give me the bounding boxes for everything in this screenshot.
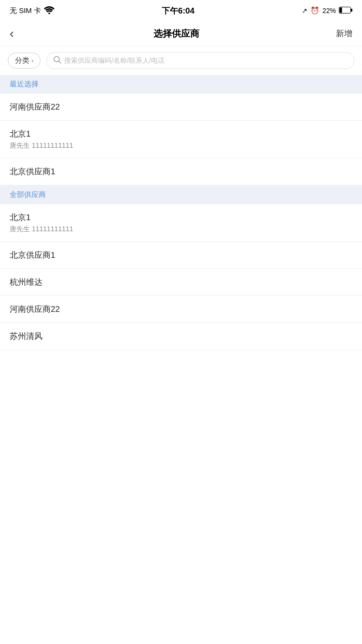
item-name: 北京1	[10, 212, 352, 223]
all-section-header: 全部供应商	[0, 185, 362, 204]
alarm-icon: ⏰	[310, 6, 320, 15]
item-name: 河南供应商22	[10, 304, 352, 315]
sim-label: 无 SIM 卡	[10, 6, 41, 15]
recent-section-label: 最近选择	[10, 80, 39, 88]
svg-rect-3	[339, 7, 342, 13]
all-list-item[interactable]: 北京供应商1	[0, 242, 362, 269]
location-icon: ↗	[302, 7, 307, 14]
recent-list: 河南供应商22北京1唐先生 11111111111北京供应商1	[0, 94, 362, 185]
nav-bar: ‹ 选择供应商 新增	[0, 21, 362, 46]
wifi-icon	[44, 6, 55, 15]
item-sub: 唐先生 11111111111	[10, 141, 352, 150]
recent-section-header: 最近选择	[0, 75, 362, 94]
recent-list-item[interactable]: 北京1唐先生 11111111111	[0, 121, 362, 158]
item-name: 北京1	[10, 128, 352, 140]
status-bar: 无 SIM 卡 下午6:04 ↗ ⏰ 22%	[0, 0, 362, 21]
status-right: ↗ ⏰ 22%	[302, 6, 352, 15]
category-button[interactable]: 分类 ›	[8, 53, 41, 69]
svg-point-0	[48, 13, 50, 14]
add-button[interactable]: 新增	[323, 28, 352, 39]
recent-list-item[interactable]: 北京供应商1	[0, 158, 362, 185]
chevron-icon: ›	[31, 57, 33, 64]
all-list: 北京1唐先生 11111111111北京供应商1杭州维达河南供应商22苏州清风	[0, 204, 362, 350]
time-display: 下午6:04	[162, 5, 195, 16]
battery-label: 22%	[322, 7, 336, 14]
item-name: 北京供应商1	[10, 250, 352, 261]
search-box[interactable]: 搜索供应商编码/名称/联系人/电话	[46, 52, 354, 69]
status-left: 无 SIM 卡	[10, 6, 55, 15]
battery-icon	[339, 7, 352, 15]
page-title: 选择供应商	[153, 28, 199, 40]
category-label: 分类	[15, 56, 29, 65]
svg-line-5	[59, 61, 61, 63]
item-name: 杭州维达	[10, 277, 352, 288]
item-name: 河南供应商22	[10, 101, 352, 112]
item-sub: 唐先生 11111111111	[10, 225, 352, 234]
search-icon	[54, 56, 61, 65]
item-name: 北京供应商1	[10, 166, 352, 177]
all-list-item[interactable]: 杭州维达	[0, 269, 362, 296]
search-placeholder: 搜索供应商编码/名称/联系人/电话	[64, 56, 165, 65]
all-list-item[interactable]: 苏州清风	[0, 323, 362, 350]
recent-list-item[interactable]: 河南供应商22	[0, 94, 362, 121]
filter-bar: 分类 › 搜索供应商编码/名称/联系人/电话	[0, 46, 362, 75]
all-section-label: 全部供应商	[10, 190, 46, 198]
all-list-item[interactable]: 河南供应商22	[0, 296, 362, 323]
svg-rect-2	[351, 9, 352, 12]
item-name: 苏州清风	[10, 331, 352, 342]
all-list-item[interactable]: 北京1唐先生 11111111111	[0, 204, 362, 242]
back-button[interactable]: ‹	[10, 26, 29, 41]
